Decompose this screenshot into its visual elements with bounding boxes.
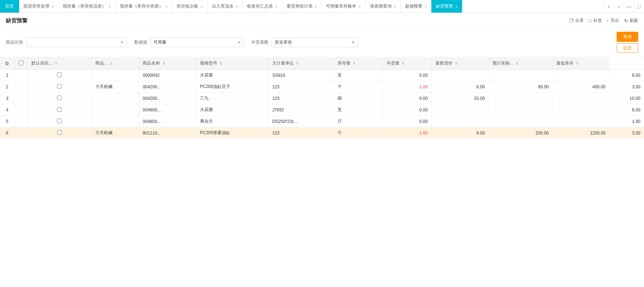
td-code-4: 004800...: [139, 116, 196, 127]
th-spec[interactable]: 规格型号 ⇅: [196, 57, 269, 70]
replenish-action[interactable]: □ 补货: [589, 18, 602, 24]
tab-overstock-close[interactable]: ×: [425, 4, 427, 9]
tab-inout-flow-close[interactable]: ×: [236, 4, 238, 9]
datasource-filter-group: 数据源 可用量 ▼: [134, 37, 244, 47]
tab-inventory-dist[interactable]: 现存量（库存分布表） ×: [116, 0, 172, 13]
th-replenish-qty[interactable]: 补货量 ⇅: [383, 57, 431, 70]
tab-expiry-query[interactable]: 保质期查询 ×: [366, 0, 401, 13]
tab-inventory-status-close[interactable]: ×: [108, 4, 110, 9]
th-product-name[interactable]: 商品名称 ⇅: [139, 57, 196, 70]
td-settings-2: [14, 93, 27, 104]
category-select[interactable]: ▼: [26, 37, 127, 47]
td-min-1: 3.00: [609, 81, 644, 93]
replenish-base-value: 安全库存: [275, 39, 292, 45]
page-header: 缺货预警 ❐ 分享 □ 补货 ↑ 导出 ↻ 刷新: [0, 13, 644, 27]
category-label: 商品分类: [6, 39, 23, 45]
tab-available-ledger-close[interactable]: ×: [358, 4, 361, 9]
td-checkbox-0[interactable]: [27, 70, 91, 81]
td-price-5: 200.00: [489, 127, 553, 139]
td-spec-3: J7092: [269, 104, 334, 116]
settings-button[interactable]: 设置: [617, 43, 638, 53]
td-replenish-5: 6.00: [431, 127, 488, 139]
th-unit[interactable]: 主计量单位 ⇅: [269, 57, 334, 70]
th-latest-price[interactable]: 最新进价 ⇅: [431, 57, 488, 70]
query-button[interactable]: 查询: [617, 32, 638, 42]
th-est-purchase[interactable]: 预计采购... ⇅: [489, 57, 553, 70]
td-settings-4: [14, 116, 27, 127]
td-price-2: [489, 93, 553, 104]
column-settings-icon[interactable]: ⚙: [5, 61, 9, 66]
th-default-supplier[interactable]: 默认供应... ⇅: [27, 57, 91, 70]
tab-receipt-summary[interactable]: 收发存汇总表 ×: [243, 0, 282, 13]
tab-home[interactable]: 首页: [0, 0, 19, 13]
category-filter-group: 商品分类 ▼: [6, 37, 127, 47]
tab-minimize[interactable]: —: [624, 0, 634, 13]
share-action[interactable]: ❐ 分享: [569, 18, 584, 24]
td-code-2: 004200...: [139, 93, 196, 104]
tab-scroll-left[interactable]: ‹: [604, 0, 614, 13]
td-stock-1: -1.00: [383, 81, 431, 93]
tab-requisition-stats-close[interactable]: ×: [315, 4, 317, 9]
tab-requisition-stats-label: 要货单统计表: [287, 3, 313, 9]
tab-inventory-status[interactable]: 现存量（库存状况表） ×: [58, 0, 115, 13]
row-checkbox-5[interactable]: [57, 130, 62, 135]
row-checkbox-2[interactable]: [57, 96, 62, 100]
table-row: 2 力天机械 004200... PC200油缸庄子 123 个 -1.00 6…: [0, 81, 644, 93]
tab-maximize[interactable]: □: [634, 0, 644, 13]
td-stock-2: 0.00: [383, 93, 431, 104]
tab-inventory-dist-close[interactable]: ×: [165, 4, 167, 9]
sort-icon-min: ⇅: [576, 61, 579, 65]
tab-overstock[interactable]: 超储预警 ×: [401, 0, 431, 13]
export-label: 导出: [610, 18, 619, 24]
tab-abnormal[interactable]: 拣货异常处理 ×: [19, 0, 58, 13]
tab-inout-flow[interactable]: 出入库流水 ×: [208, 0, 243, 13]
sort-icon-spec: ⇅: [219, 61, 222, 65]
td-min-5: 3.00: [609, 127, 644, 139]
td-est-0: [553, 70, 609, 81]
row-checkbox-0[interactable]: [57, 72, 62, 77]
td-checkbox-2[interactable]: [27, 93, 91, 104]
td-spec-1: 123: [269, 81, 334, 93]
td-checkbox-1[interactable]: [27, 81, 91, 93]
export-icon: ↑: [607, 18, 609, 23]
tab-shortage[interactable]: 缺货预警 ×: [431, 0, 462, 13]
tab-abnormal-label: 拣货异常处理: [23, 3, 49, 9]
tab-requisition-stats[interactable]: 要货单统计表 ×: [282, 0, 322, 13]
td-replenish-4: [431, 116, 488, 127]
td-supplier-2: [91, 93, 139, 104]
td-rownum-5: 6: [0, 127, 14, 139]
tab-shortage-close[interactable]: ×: [455, 4, 457, 9]
th-min-stock[interactable]: 最低库存 ⇅: [553, 57, 609, 70]
replenish-base-label: 补货基数: [251, 39, 269, 45]
datasource-select[interactable]: 可用量 ▼: [150, 37, 244, 47]
datasource-value: 可用量: [153, 39, 166, 45]
td-checkbox-5[interactable]: [27, 127, 91, 139]
row-checkbox-1[interactable]: [57, 84, 62, 89]
row-checkbox-3[interactable]: [57, 107, 62, 112]
td-checkbox-4[interactable]: [27, 116, 91, 127]
main-content: 缺货预警 ❐ 分享 □ 补货 ↑ 导出 ↻ 刷新 商品分类: [0, 13, 644, 287]
td-name-4: 离合片: [196, 116, 269, 127]
th-settings[interactable]: ⚙: [0, 57, 14, 70]
tab-inventory-dist-label: 现存量（库存分布表）: [120, 3, 163, 9]
tab-batch-account-close[interactable]: ×: [200, 4, 203, 9]
th-product-code[interactable]: 商品... ⇅: [91, 57, 139, 70]
th-stock-qty[interactable]: 库存量 ⇅: [334, 57, 383, 70]
export-action[interactable]: ↑ 导出: [607, 18, 619, 24]
tab-nav-controls: ‹ › — □: [604, 0, 644, 13]
tab-abnormal-close[interactable]: ×: [52, 4, 54, 9]
replenish-base-select[interactable]: 安全库存 ▼: [271, 37, 358, 47]
sort-icon-code: ⇅: [110, 61, 113, 65]
tab-batch-account[interactable]: 库存批次账 ×: [172, 0, 207, 13]
tab-available-ledger[interactable]: 可用量库存账本 ×: [322, 0, 365, 13]
tab-expiry-query-close[interactable]: ×: [394, 4, 396, 9]
tab-receipt-summary-label: 收发存汇总表: [247, 3, 273, 9]
td-min-2: 10.00: [609, 93, 644, 104]
row-checkbox-4[interactable]: [57, 119, 62, 123]
refresh-action[interactable]: ↻ 刷新: [624, 18, 638, 24]
td-spec-4: DS250*23c...: [269, 116, 334, 127]
tab-receipt-summary-close[interactable]: ×: [275, 4, 277, 9]
td-checkbox-3[interactable]: [27, 104, 91, 116]
tab-scroll-right[interactable]: ›: [614, 0, 624, 13]
select-all-checkbox[interactable]: [19, 61, 23, 65]
